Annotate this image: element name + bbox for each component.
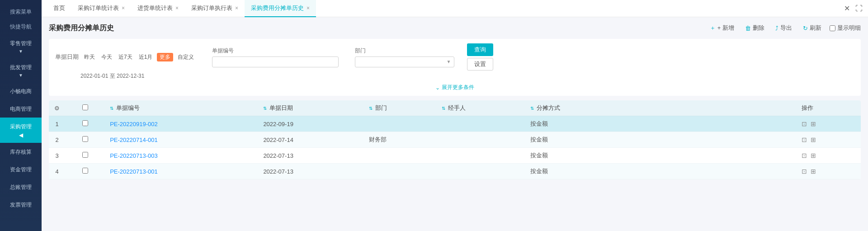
data-table-container: ⚙ ⇅ 单据编号 ⇅ 单据日期	[49, 100, 861, 179]
row-edit-icon[interactable]: ⊞	[811, 152, 816, 159]
doc-number-sort-icon: ⇅	[110, 106, 113, 111]
page-title: 采购费用分摊单历史	[49, 24, 114, 33]
close-tab-purchase-cost-history[interactable]: ×	[307, 5, 310, 11]
date-custom-btn[interactable]: 自定义	[176, 53, 196, 61]
row-edit-icon[interactable]: ⊞	[811, 168, 816, 175]
row-number: 2	[49, 132, 65, 148]
sidebar-item-mini[interactable]: 小畅电商	[0, 82, 42, 100]
col-split-method-label: 分摊方式	[537, 104, 560, 111]
sidebar-item-search[interactable]: 搜索菜单	[0, 4, 42, 19]
sidebar-item-ledger[interactable]: 总账管理	[0, 178, 42, 196]
row-date: 2022-07-13	[259, 164, 364, 179]
row-handler	[437, 164, 526, 179]
row-doc-number: PE-20220919-002	[105, 116, 259, 132]
date-1month-btn[interactable]: 近1月	[137, 53, 155, 61]
row-doc-number: PE-20220714-001	[105, 132, 259, 148]
export-label: 导出	[780, 24, 792, 32]
date-yesterday-btn[interactable]: 昨天	[82, 53, 97, 61]
dept-label: 部门	[355, 47, 454, 55]
date-filter-section: 单据日期 昨天 今天 近7天 近1月 更多 自定义	[55, 53, 196, 61]
tab-home[interactable]: 首页	[47, 0, 71, 17]
close-tab-purchase-order-exec[interactable]: ×	[235, 5, 238, 11]
col-split-method: ⇅ 分摊方式	[526, 100, 797, 116]
refresh-button[interactable]: ↻ 刷新	[800, 23, 824, 33]
date-more-btn[interactable]: 更多	[157, 53, 173, 61]
doc-number-link[interactable]: PE-20220919-002	[110, 121, 158, 127]
doc-number-input[interactable]	[212, 57, 339, 67]
row-view-icon[interactable]: ⊡	[802, 120, 807, 127]
filter-row: 单据日期 昨天 今天 近7天 近1月 更多 自定义 单据编号	[55, 43, 854, 71]
row-doc-number: PE-20220713-003	[105, 148, 259, 164]
tab-purchase-order-exec[interactable]: 采购订单执行表 ×	[185, 0, 245, 17]
row-view-icon[interactable]: ⊡	[802, 152, 807, 159]
row-checkbox[interactable]	[82, 120, 88, 126]
row-checkbox-cell	[65, 164, 105, 179]
sidebar-item-quicknav[interactable]: 快捷导航	[0, 19, 42, 34]
tab-right-controls: ✕ ⛶	[844, 4, 863, 13]
col-doc-number-label: 单据编号	[116, 104, 140, 111]
table-row: 3 PE-20220713-003 2022-07-13 按金额 ⊡ ⊞	[49, 148, 861, 164]
tab-purchase-cost-history[interactable]: 采购费用分摊单历史 ×	[245, 0, 316, 17]
sidebar-item-finance[interactable]: 资金管理	[0, 160, 42, 178]
page-content: 采购费用分摊单历史 ＋ + 新增 🗑 删除 ⤴ 导出 ↻ 刷新	[42, 17, 868, 231]
date-7days-btn[interactable]: 近7天	[117, 53, 134, 61]
row-action: ⊡ ⊞	[797, 148, 861, 164]
row-dept: 财务部	[364, 132, 437, 148]
wholesale-label: 批发管理	[10, 64, 32, 71]
row-checkbox[interactable]	[82, 168, 88, 174]
row-handler	[437, 132, 526, 148]
sidebar-item-purchase[interactable]: 采购管理 ◀	[0, 118, 42, 143]
row-checkbox[interactable]	[82, 152, 88, 158]
query-button[interactable]: 查询	[467, 43, 493, 56]
maximize-icon[interactable]: ⛶	[855, 5, 863, 13]
doc-number-link[interactable]: PE-20220713-003	[110, 152, 158, 159]
row-split-method: 按金额	[526, 132, 797, 148]
row-view-icon[interactable]: ⊡	[802, 168, 807, 175]
doc-number-link[interactable]: PE-20220714-001	[110, 137, 158, 143]
expand-more-btn[interactable]: ⌄ 展开更多条件	[435, 84, 474, 91]
show-columns-toggle[interactable]: 显示明细	[830, 24, 861, 32]
tab-bar: 首页 采购订单统计表 × 进货单统计表 × 采购订单执行表 × 采购费用分摊单历…	[42, 0, 868, 17]
close-tab-inbound-stats[interactable]: ×	[175, 5, 179, 11]
close-tab-purchase-order-stats[interactable]: ×	[122, 5, 125, 11]
date-today-btn[interactable]: 今天	[99, 53, 114, 61]
close-all-tabs-icon[interactable]: ✕	[844, 4, 850, 13]
sidebar-item-inventory[interactable]: 库存核算	[0, 143, 42, 160]
select-all-checkbox[interactable]	[82, 104, 88, 110]
row-checkbox[interactable]	[82, 136, 88, 142]
row-date: 2022-07-14	[259, 132, 364, 148]
doc-number-label: 单据编号	[212, 47, 339, 55]
invoice-label: 发票管理	[10, 201, 32, 209]
tab-purchase-order-stats[interactable]: 采购订单统计表 ×	[71, 0, 131, 17]
table-row: 2 PE-20220714-001 2022-07-14 财务部 按金额 ⊡ ⊞	[49, 132, 861, 148]
sidebar: 搜索菜单 快捷导航 零售管理 ▼ 批发管理 ▼ 小畅电商 电商管理 采购管理 ◀…	[0, 0, 42, 231]
column-settings-icon[interactable]: ⚙	[54, 105, 60, 112]
doc-number-filter: 单据编号	[212, 47, 339, 67]
delete-icon: 🗑	[745, 25, 751, 32]
sidebar-item-wholesale[interactable]: 批发管理 ▼	[0, 58, 42, 82]
sidebar-item-ecommerce[interactable]: 电商管理	[0, 100, 42, 118]
delete-button[interactable]: 🗑 删除	[742, 23, 767, 33]
row-view-icon[interactable]: ⊡	[802, 136, 807, 143]
row-edit-icon[interactable]: ⊞	[811, 136, 816, 143]
row-dept	[364, 148, 437, 164]
export-button[interactable]: ⤴ 导出	[773, 23, 795, 33]
show-columns-checkbox[interactable]	[830, 25, 835, 31]
delete-label: 删除	[753, 24, 764, 32]
doc-number-link[interactable]: PE-20220713-001	[110, 168, 158, 175]
sidebar-item-retail[interactable]: 零售管理 ▼	[0, 34, 42, 58]
dept-input[interactable]	[355, 57, 454, 67]
row-handler	[437, 116, 526, 132]
tab-inbound-stats[interactable]: 进货单统计表 ×	[131, 0, 185, 17]
col-dept-label: 部门	[375, 104, 387, 111]
date-sort-icon: ⇅	[263, 106, 267, 111]
settings-button[interactable]: 设置	[467, 58, 493, 71]
row-split-method: 按金额	[526, 116, 797, 132]
row-edit-icon[interactable]: ⊞	[811, 120, 816, 127]
add-label: + 新增	[717, 24, 734, 32]
expand-down-icon: ⌄	[435, 85, 440, 91]
row-date: 2022-07-13	[259, 148, 364, 164]
data-table: ⚙ ⇅ 单据编号 ⇅ 单据日期	[49, 100, 861, 179]
add-button[interactable]: ＋ + 新增	[707, 23, 737, 33]
sidebar-item-invoice[interactable]: 发票管理	[0, 196, 42, 213]
